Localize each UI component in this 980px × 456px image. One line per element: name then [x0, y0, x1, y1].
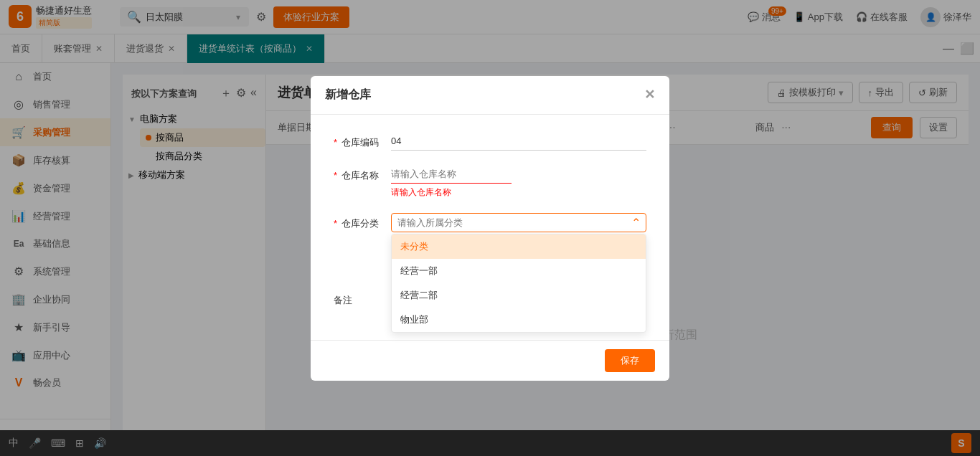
- modal-header: 新增仓库 ✕: [311, 76, 669, 115]
- modal-footer: 保存: [311, 340, 669, 381]
- code-input-wrap: [391, 132, 646, 151]
- category-label: * 仓库分类: [334, 213, 391, 230]
- modal-title: 新增仓库: [325, 87, 371, 103]
- code-input[interactable]: [391, 132, 646, 151]
- category-option-dept1[interactable]: 经营一部: [392, 259, 646, 283]
- name-input[interactable]: [391, 165, 512, 184]
- name-label: * 仓库名称: [334, 165, 391, 182]
- new-warehouse-modal: 新增仓库 ✕ * 仓库编码 * 仓库名称: [311, 76, 669, 381]
- name-input-wrap: [391, 165, 512, 184]
- modal-body: * 仓库编码 * 仓库名称: [311, 115, 669, 340]
- category-dropdown-icon[interactable]: ⌃: [631, 216, 641, 229]
- category-row: * 仓库分类 ⌃ 未分类 经营一部 经营二部 物业部: [334, 213, 646, 232]
- save-button[interactable]: 保存: [605, 349, 655, 372]
- code-row: * 仓库编码: [334, 132, 646, 151]
- name-row: * 仓库名称 请输入仓库名称: [334, 165, 646, 199]
- category-option-none[interactable]: 未分类: [392, 234, 646, 259]
- category-option-property[interactable]: 物业部: [392, 308, 646, 332]
- category-input[interactable]: [391, 213, 646, 232]
- code-label: * 仓库编码: [334, 132, 391, 149]
- modal-close-btn[interactable]: ✕: [644, 88, 655, 101]
- category-dropdown: 未分类 经营一部 经营二部 物业部: [391, 234, 646, 333]
- modal-overlay: 新增仓库 ✕ * 仓库编码 * 仓库名称: [0, 0, 980, 456]
- note-label: 备注: [334, 290, 391, 307]
- name-error-msg: 请输入仓库名称: [391, 187, 451, 197]
- category-option-dept2[interactable]: 经营二部: [392, 283, 646, 308]
- category-input-wrap: ⌃ 未分类 经营一部 经营二部 物业部: [391, 213, 646, 232]
